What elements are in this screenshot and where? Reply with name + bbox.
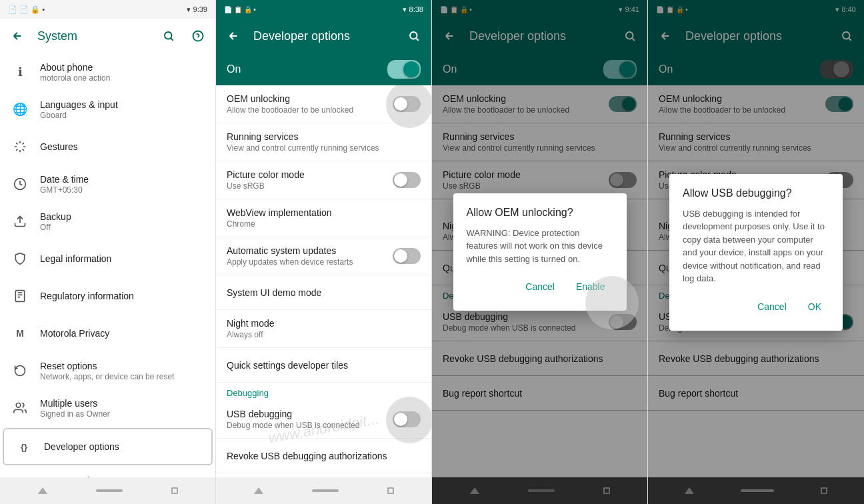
usb-dialog-body: USB debugging is intended for developmen…	[683, 207, 829, 285]
notif-icons-2: 📄 📋 🔒 •	[224, 6, 256, 13]
developer-master-toggle[interactable]	[387, 60, 421, 79]
qstiles-title: Quick settings developer tiles	[227, 360, 421, 371]
developer-on-label: On	[227, 63, 241, 75]
dev-item-qstiles[interactable]: Quick settings developer tiles	[216, 348, 431, 383]
oem-toggle[interactable]	[393, 96, 421, 112]
back-button-dev[interactable]	[221, 24, 245, 48]
usb-title: USB debugging	[227, 409, 393, 419]
dev-item-usb[interactable]: USB debugging Debug mode when USB is con…	[216, 401, 431, 439]
languages-icon: 🌐	[11, 100, 29, 119]
uidemo-title: System UI demo mode	[227, 287, 421, 298]
datetime-subtitle: GMT+05:30	[40, 185, 89, 195]
reset-icon	[11, 361, 29, 380]
bottom-nav-1	[0, 477, 215, 504]
about-title: About phone	[40, 62, 110, 73]
recents-nav-1[interactable]	[171, 487, 178, 494]
usb-toggle-wrap	[393, 411, 421, 427]
running-subtitle: View and control currently running servi…	[227, 143, 421, 153]
dev-item-running[interactable]: Running services View and control curren…	[216, 123, 431, 161]
oem-title: OEM unlocking	[227, 93, 393, 104]
usb-cancel-button[interactable]: Cancel	[749, 296, 795, 317]
running-title: Running services	[227, 131, 421, 142]
notification-icons: 📄 📄 🔒 •	[8, 5, 45, 14]
gestures-icon	[11, 137, 29, 156]
usb-dialog: Allow USB debugging? USB debugging is in…	[669, 174, 843, 331]
dev-item-webview[interactable]: WebView implementation Chrome	[216, 199, 431, 237]
nav-item-backup[interactable]: Backup Off	[0, 203, 215, 240]
developer-title: Developer options	[44, 441, 119, 452]
nav-item-regulatory[interactable]: Regulatory information	[0, 277, 215, 315]
nav-item-gestures[interactable]: Gestures	[0, 128, 215, 165]
home-nav-2[interactable]	[312, 489, 339, 492]
back-nav-2[interactable]	[254, 487, 263, 494]
debugging-section-label: Debugging	[216, 383, 431, 401]
languages-title: Languages & input	[40, 99, 118, 110]
regulatory-icon	[11, 287, 29, 305]
oem-subtitle: Allow the bootloader to be unlocked	[227, 105, 393, 115]
usb-ok-button[interactable]: OK	[800, 296, 829, 317]
legal-title: Legal information	[40, 253, 111, 264]
nav-item-about[interactable]: ℹ About phone motorola one action	[0, 53, 215, 91]
dev-item-autoupdate[interactable]: Automatic system updates Apply updates w…	[216, 237, 431, 275]
nav-item-developer[interactable]: {} Developer options	[3, 428, 213, 465]
dev-item-bugreport[interactable]: Bug report shortcut	[216, 473, 431, 477]
nav-item-users[interactable]: Multiple users Signed in as Owner	[0, 389, 215, 427]
developer-toggle-row[interactable]: On	[227, 60, 421, 79]
back-nav-1[interactable]	[38, 487, 47, 494]
nav-item-datetime[interactable]: Date & time GMT+05:30	[0, 165, 215, 203]
usb-toggle[interactable]	[393, 411, 421, 427]
status-icons-left: 📄 📄 🔒 •	[8, 5, 45, 14]
recents-nav-2[interactable]	[387, 487, 394, 494]
svg-point-7	[16, 403, 21, 408]
usb-subtitle: Debug mode when USB is connected	[227, 421, 393, 430]
backup-title: Backup	[40, 211, 71, 222]
dev-item-nightmode[interactable]: Night mode Always off	[216, 310, 431, 348]
nav-item-legal[interactable]: Legal information	[0, 240, 215, 277]
users-subtitle: Signed in as Owner	[40, 409, 110, 419]
svg-point-0	[165, 32, 172, 39]
search-button-system[interactable]	[157, 24, 181, 48]
colormode-subtitle: Use sRGB	[227, 181, 393, 191]
dev-item-revoke[interactable]: Revoke USB debugging authorizations	[216, 439, 431, 473]
oem-toggle-wrap	[393, 96, 421, 112]
help-button-system[interactable]	[186, 24, 210, 48]
nav-item-privacy[interactable]: M Motorola Privacy	[0, 315, 215, 352]
autoupdate-toggle[interactable]	[393, 248, 421, 264]
panel-oem-dialog: 📄 📋 🔒 • ▾ 9:41 Developer options On OEM …	[432, 0, 648, 504]
revoke-title: Revoke USB debugging authorizations	[227, 451, 421, 461]
system-nav-list: ℹ About phone motorola one action 🌐 Lang…	[0, 53, 215, 477]
home-nav-1[interactable]	[96, 489, 123, 492]
reset-title: Reset options	[40, 361, 174, 371]
backup-subtitle: Off	[40, 223, 71, 232]
svg-rect-3	[15, 291, 24, 302]
nav-item-reset[interactable]: Reset options Network, apps, or device c…	[0, 352, 215, 389]
status-bar-2: 📄 📋 🔒 • ▾ 8:38	[216, 0, 431, 19]
wifi-icon-2: ▾	[403, 5, 407, 14]
gestures-title: Gestures	[40, 141, 78, 152]
reset-subtitle: Network, apps, or device can be reset	[40, 372, 174, 381]
back-button-system[interactable]	[5, 24, 29, 48]
system-title: System	[35, 29, 151, 43]
oem-cancel-button[interactable]: Cancel	[517, 276, 563, 297]
oem-dialog: Allow OEM unlocking? WARNING: Device pro…	[453, 193, 627, 311]
nav-item-updates[interactable]: System updates Updated to Android 9	[0, 467, 215, 477]
colormode-toggle[interactable]	[393, 172, 421, 188]
wifi-icon: ▾	[187, 5, 191, 14]
bottom-nav-2	[216, 477, 431, 504]
dev-item-uidemo[interactable]: System UI demo mode	[216, 275, 431, 310]
search-button-dev[interactable]	[402, 24, 426, 48]
panel-system: 📄 📄 🔒 • ▾ 9:39 System ℹ About phone moto…	[0, 0, 216, 504]
datetime-title: Date & time	[40, 174, 89, 185]
dev-item-colormode[interactable]: Picture color mode Use sRGB	[216, 161, 431, 199]
dev-item-oem[interactable]: OEM unlocking Allow the bootloader to be…	[216, 85, 431, 123]
oem-dialog-overlay: Allow OEM unlocking? WARNING: Device pro…	[432, 0, 647, 504]
usb-dialog-overlay: Allow USB debugging? USB debugging is in…	[648, 0, 864, 504]
panel-usb-dialog: 📄 📋 🔒 • ▾ 8:40 Developer options On OEM …	[648, 0, 864, 504]
about-text: About phone motorola one action	[40, 62, 110, 83]
usb-dialog-title: Allow USB debugging?	[683, 187, 829, 199]
enable-circle-highlight	[585, 276, 639, 329]
status-bar-1: 📄 📄 🔒 • ▾ 9:39	[0, 0, 215, 19]
webview-subtitle: Chrome	[227, 219, 421, 229]
time-2: 8:38	[409, 5, 423, 13]
nav-item-languages[interactable]: 🌐 Languages & input Gboard	[0, 91, 215, 128]
